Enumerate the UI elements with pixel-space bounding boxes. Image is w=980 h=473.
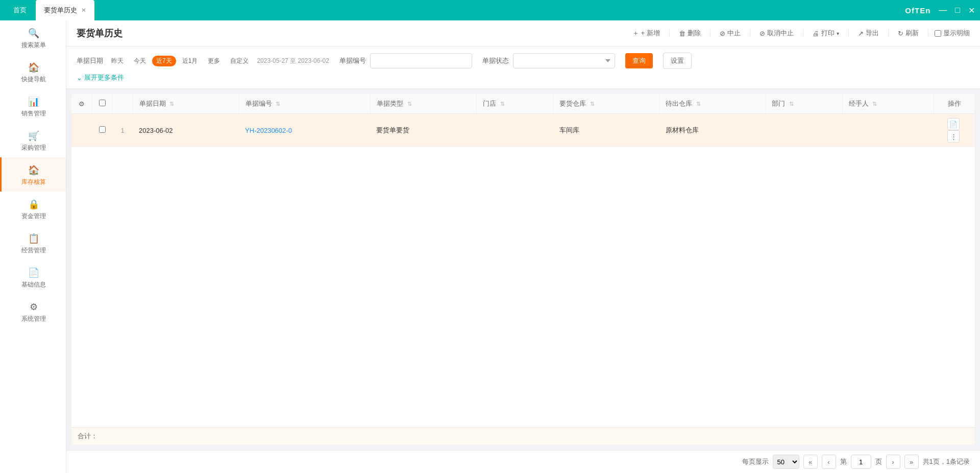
date-btn-7days[interactable]: 近7天 xyxy=(152,56,176,66)
next-page-btn[interactable]: › xyxy=(886,455,900,469)
page-header: 要货单历史 ＋ + 新增 🗑 删除 ⊘ 中止 ⊘ xyxy=(66,20,980,46)
stop-button[interactable]: ⊘ 中止 xyxy=(717,27,744,40)
expand-more-btn[interactable]: ⌄ 展开更多条件 xyxy=(77,73,970,82)
settings-button[interactable]: 设置 xyxy=(663,53,692,69)
display-detail-toggle[interactable]: 显示明细 xyxy=(935,29,970,38)
print-label: 打印 xyxy=(821,29,835,38)
sidebar-item-purchase[interactable]: 🛒 采购管理 xyxy=(0,123,66,157)
sidebar-item-inventory[interactable]: 🏠 库存核算 xyxy=(0,157,66,192)
sidebar-item-search[interactable]: 🔍 搜索菜单 xyxy=(0,20,66,55)
date-btn-custom[interactable]: 自定义 xyxy=(226,56,253,66)
page-size-select[interactable]: 50 20 100 200 xyxy=(773,455,799,469)
th-checkbox[interactable] xyxy=(92,94,112,114)
date-btn-today[interactable]: 今天 xyxy=(130,56,150,66)
divider-1 xyxy=(669,29,670,37)
print-button[interactable]: 🖨 打印 ▾ xyxy=(810,27,842,40)
delete-button[interactable]: 🗑 删除 xyxy=(676,27,704,40)
tab-bar: 首页 要货单历史 ✕ xyxy=(5,0,905,20)
prev-page-btn[interactable]: ‹ xyxy=(822,455,836,469)
table-area: ⚙ 单据日期 ⇅ 单据编号 xyxy=(71,94,975,445)
row-view-btn[interactable]: 📄 xyxy=(947,118,960,130)
select-all-checkbox[interactable] xyxy=(99,100,106,106)
bill-no-input[interactable] xyxy=(370,53,472,68)
th-pending-warehouse[interactable]: 待出仓库 ⇅ xyxy=(659,94,766,114)
divider-4 xyxy=(803,29,803,37)
tab-home[interactable]: 首页 xyxy=(5,0,35,20)
refresh-label: 刷新 xyxy=(905,29,919,38)
last-page-btn[interactable]: » xyxy=(904,455,919,469)
td-operation: 📄 ⋮ xyxy=(934,114,975,147)
page-total: 共1页，1条记录 xyxy=(923,457,970,466)
th-store[interactable]: 门店 ⇅ xyxy=(477,94,553,114)
table-head: ⚙ 单据日期 ⇅ 单据编号 xyxy=(71,94,975,114)
th-bill-no[interactable]: 单据编号 ⇅ xyxy=(239,94,370,114)
tab-bill-history[interactable]: 要货单历史 ✕ xyxy=(36,0,94,20)
td-handler xyxy=(842,114,934,147)
cancel-stop-button[interactable]: ⊘ 取消中止 xyxy=(756,27,797,40)
sidebar-management-label: 经营管理 xyxy=(21,246,46,255)
maximize-btn[interactable]: □ xyxy=(955,6,960,15)
export-label: 导出 xyxy=(866,29,879,38)
sidebar-inventory-label: 库存核算 xyxy=(21,178,46,186)
th-store-label: 门店 xyxy=(483,100,496,107)
home-icon: 🏠 xyxy=(28,62,39,73)
refresh-button[interactable]: ↻ 刷新 xyxy=(895,27,922,40)
display-detail-checkbox[interactable] xyxy=(935,30,941,37)
sidebar-item-management[interactable]: 📋 经营管理 xyxy=(0,226,66,260)
divider-6 xyxy=(888,29,889,37)
sort-store-icon: ⇅ xyxy=(500,101,505,107)
td-settings xyxy=(71,114,92,147)
sidebar-search-label: 搜索菜单 xyxy=(21,41,46,50)
tab-close-icon[interactable]: ✕ xyxy=(81,7,86,14)
main-content: 要货单历史 ＋ + 新增 🗑 删除 ⊘ 中止 ⊘ xyxy=(66,20,980,473)
sort-date-icon: ⇅ xyxy=(169,101,174,107)
th-bill-type[interactable]: 单据类型 ⇅ xyxy=(370,94,476,114)
td-checkbox[interactable] xyxy=(92,114,112,147)
divider-3 xyxy=(750,29,750,37)
row-checkbox[interactable] xyxy=(99,126,106,133)
minimize-btn[interactable]: — xyxy=(939,6,947,15)
bill-no-link[interactable]: YH-20230602-0 xyxy=(245,127,292,134)
sort-bill-no-icon: ⇅ xyxy=(276,101,280,107)
page-label: 第 xyxy=(840,457,847,466)
td-bill-no[interactable]: YH-20230602-0 xyxy=(239,114,370,147)
close-btn[interactable]: ✕ xyxy=(968,6,975,15)
th-department[interactable]: 部门 ⇅ xyxy=(766,94,842,114)
row-more-btn[interactable]: ⋮ xyxy=(947,130,960,143)
stop-label: 中止 xyxy=(727,29,741,38)
th-date[interactable]: 单据日期 ⇅ xyxy=(133,94,239,114)
date-btn-yesterday[interactable]: 昨天 xyxy=(107,56,128,66)
table-wrapper: ⚙ 单据日期 ⇅ 单据编号 xyxy=(71,94,975,427)
sort-department-icon: ⇅ xyxy=(789,101,794,107)
logo-text: OfTEn xyxy=(905,6,930,15)
date-btn-more[interactable]: 更多 xyxy=(204,56,224,66)
td-store xyxy=(477,114,553,147)
th-department-label: 部门 xyxy=(772,100,785,107)
date-filter-group: 单据日期 昨天 今天 近7天 近1月 更多 自定义 2023-05-27 至 2… xyxy=(77,56,329,66)
export-button[interactable]: ↗ 导出 xyxy=(855,27,882,40)
sidebar-item-sales[interactable]: 📊 销售管理 xyxy=(0,89,66,123)
page-input[interactable] xyxy=(851,455,871,469)
new-button[interactable]: ＋ + 新增 xyxy=(629,27,663,40)
query-button[interactable]: 查询 xyxy=(625,53,653,68)
th-req-warehouse[interactable]: 要货仓库 ⇅ xyxy=(553,94,659,114)
sidebar-system-label: 系统管理 xyxy=(21,315,46,323)
print-icon: 🖨 xyxy=(813,30,819,37)
divider-2 xyxy=(710,29,710,37)
sidebar-item-nav[interactable]: 🏠 快捷导航 xyxy=(0,55,66,89)
sidebar-item-basic[interactable]: 📄 基础信息 xyxy=(0,260,66,294)
plus-icon: ＋ xyxy=(632,29,639,38)
th-handler[interactable]: 经手人 ⇅ xyxy=(842,94,934,114)
th-req-warehouse-label: 要货仓库 xyxy=(559,100,586,107)
sidebar-item-finance[interactable]: 🔒 资金管理 xyxy=(0,192,66,226)
date-range-display: 2023-05-27 至 2023-06-02 xyxy=(257,57,329,65)
th-settings[interactable]: ⚙ xyxy=(71,94,92,114)
status-select[interactable] xyxy=(513,53,615,68)
date-btn-1month[interactable]: 近1月 xyxy=(178,56,202,66)
sidebar-finance-label: 资金管理 xyxy=(21,212,46,221)
first-page-btn[interactable]: « xyxy=(803,455,818,469)
td-req-warehouse: 车间库 xyxy=(553,114,659,147)
basic-icon: 📄 xyxy=(28,267,39,278)
sidebar-item-system[interactable]: ⚙ 系统管理 xyxy=(0,294,66,328)
delete-icon: 🗑 xyxy=(679,30,685,37)
